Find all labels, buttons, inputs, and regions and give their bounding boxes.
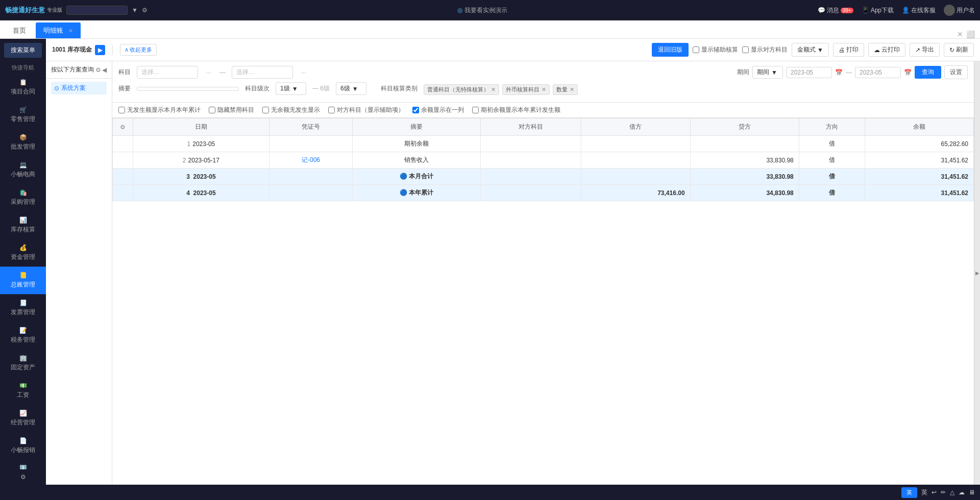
account-nav-button[interactable]: ▶ (95, 45, 105, 55)
bottom-icon-1[interactable]: 英 (921, 488, 927, 497)
col-voucher: 凭证号 (269, 118, 352, 136)
period-end-input[interactable]: 2023-05 (855, 67, 901, 78)
export-button[interactable]: ↗ 导出 (910, 43, 940, 57)
show-in-one-input[interactable] (412, 107, 419, 113)
tab-home[interactable]: 首页 (5, 22, 34, 38)
app-download-btn[interactable]: 📱 App下载 (862, 6, 894, 15)
sidebar-item-invoice[interactable]: 🧾 发票管理 (0, 294, 46, 322)
show-ytd-input[interactable] (472, 107, 479, 113)
no-zero-checkbox[interactable]: 无余额无发生显示 (262, 106, 320, 114)
sidebar-item-retail[interactable]: 🛒 零售管理 (0, 101, 46, 129)
sidebar-item-accounting[interactable]: 📒 总账管理 (0, 267, 46, 294)
sidebar-item-ecommerce[interactable]: 💻 小畅电商 (0, 156, 46, 184)
no-balance-input[interactable] (118, 107, 125, 113)
sidebar-item-project[interactable]: 📋 项目合同 (0, 74, 46, 101)
show-in-one-checkbox[interactable]: 余额显示在一列 (412, 106, 464, 114)
voucher-link[interactable]: 记-006 (302, 156, 320, 163)
demo-icon: ◎ (457, 7, 462, 14)
sidebar-item-purchase[interactable]: 🛍️ 采购管理 (0, 184, 46, 211)
bottom-icon-2[interactable]: ↩ (932, 489, 937, 496)
tab-close-all[interactable]: ✕ (957, 30, 963, 38)
sidebar-item-inventory[interactable]: 📊 库存核算 (0, 211, 46, 239)
summary-input[interactable] (137, 87, 239, 91)
col-settings[interactable]: ⚙ (113, 118, 133, 136)
col-balance: 余额 (865, 118, 973, 136)
bottom-icon-5[interactable]: ☁ (959, 489, 965, 496)
sidebar-item-tax[interactable]: 📝 税务管理 (0, 322, 46, 349)
invoice-icon: 🧾 (19, 299, 27, 306)
row-settings (113, 169, 133, 185)
search-menu-button[interactable]: 搜索菜单 (4, 43, 42, 58)
sidebar-item-basic[interactable]: ℹ️ 基础信息 (0, 460, 46, 469)
expand-filter-button[interactable]: ∧ 收起更多 (120, 44, 157, 56)
row-voucher[interactable]: 记-006 (269, 152, 352, 169)
row-debit (581, 169, 690, 185)
settings-button[interactable]: 设置 (944, 65, 968, 79)
row-opposite (480, 185, 581, 201)
no-balance-checkbox[interactable]: 无发生额显示本月本年累计 (118, 106, 201, 114)
subject-input-end[interactable]: 选择... (232, 66, 293, 79)
accounting-icon: 📒 (19, 272, 27, 279)
sidebar-item-capital[interactable]: 💰 资金管理 (0, 239, 46, 267)
opposite-input[interactable] (328, 107, 335, 113)
filter-tag-foreign-close[interactable]: ✕ (542, 86, 546, 93)
filter-tag-quantity-close[interactable]: ✕ (570, 86, 574, 93)
no-zero-input[interactable] (262, 107, 269, 113)
lang-button[interactable]: 英 (901, 487, 917, 498)
period-calendar-icon-2[interactable]: 📅 (904, 69, 912, 76)
sidebar-item-business[interactable]: 📈 经营管理 (0, 404, 46, 432)
user-avatar[interactable]: 用户名 (944, 5, 975, 16)
period-type-select[interactable]: 期间 ▼ (752, 66, 783, 79)
sidebar-item-report[interactable]: 📄 小畅报销 (0, 432, 46, 460)
tab-detail[interactable]: 明细账 ✕ (36, 22, 81, 38)
title-input[interactable] (66, 6, 128, 15)
demo-link[interactable]: 我要看实例演示 (464, 6, 507, 15)
row-summary: 🔵 本月合计 (353, 169, 480, 185)
sidebar-item-assets[interactable]: 🏢 固定资产 (0, 349, 46, 377)
show-aux-input[interactable] (693, 46, 699, 53)
filter-tag-normal-close[interactable]: ✕ (491, 86, 496, 93)
scheme-settings-icon[interactable]: ⚙ (95, 66, 101, 74)
scheme-collapse-icon[interactable]: ◀ (102, 66, 107, 74)
sidebar-item-wholesale[interactable]: 📦 批发管理 (0, 129, 46, 156)
right-collapse-panel[interactable]: ▶ (974, 61, 980, 485)
sidebar-item-salary[interactable]: 💵 工资 (0, 377, 46, 404)
message-badge: 99+ (841, 8, 853, 13)
settings-icon[interactable]: ⚙ (142, 7, 148, 14)
main-toolbar: 1001 库存现金 ▶ ∧ 收起更多 退回旧版 显示辅助核算 显示对方科目 金额… (46, 39, 980, 61)
hide-disabled-checkbox[interactable]: 隐藏禁用科目 (209, 106, 254, 114)
scheme-dot: ⊙ (54, 85, 59, 92)
bottom-icon-6[interactable]: 🖥 (969, 489, 975, 496)
period-calendar-icon-1[interactable]: 📅 (835, 69, 843, 76)
dropdown-icon[interactable]: ▼ (132, 7, 138, 14)
row-balance: 65,282.60 (865, 136, 973, 152)
online-service-btn[interactable]: 👤 在线客服 (902, 6, 936, 15)
system-scheme-item[interactable]: ⊙ 系统方案 (51, 82, 107, 94)
app-name: 畅捷通好生意 (5, 6, 45, 15)
bottom-icon-3[interactable]: ✏ (941, 489, 946, 496)
level-from-select[interactable]: 1级 ▼ (276, 82, 306, 95)
hide-disabled-input[interactable] (209, 107, 215, 113)
bottom-icon-4[interactable]: △ (950, 489, 954, 496)
subject-input-start[interactable]: 选择... (137, 66, 198, 79)
cloud-print-button[interactable]: ☁ 云打印 (868, 43, 905, 57)
refresh-button[interactable]: ↻ 刷新 (944, 43, 974, 57)
sidebar-settings[interactable]: ⚙ (0, 469, 46, 485)
show-opposite-checkbox[interactable]: 显示对方科目 (742, 45, 788, 54)
opposite-checkbox[interactable]: 对方科目（显示辅助项） (328, 106, 404, 114)
message-btn[interactable]: 💬 消息 99+ (818, 6, 853, 15)
tab-bar: 首页 明细账 ✕ ✕ ⬜ (0, 20, 980, 39)
search-button[interactable]: 查询 (915, 66, 941, 79)
show-aux-checkbox[interactable]: 显示辅助核算 (693, 45, 738, 54)
tab-detail-close[interactable]: ✕ (68, 28, 73, 34)
tab-maximize[interactable]: ⬜ (966, 30, 975, 38)
print-button[interactable]: 🖨 打印 (833, 43, 864, 57)
col-debit: 借方 (581, 118, 690, 136)
full-amount-button[interactable]: 金额式 ▼ (792, 43, 829, 57)
show-ytd-checkbox[interactable]: 期初余额显示本年累计发生额 (472, 106, 560, 114)
period-start-input[interactable]: 2023-05 (786, 67, 832, 78)
return-old-button[interactable]: 退回旧版 (652, 43, 689, 57)
show-opposite-input[interactable] (742, 46, 749, 53)
cloud-icon: ☁ (874, 46, 880, 54)
level-to-select[interactable]: 6级 ▼ (336, 82, 366, 95)
